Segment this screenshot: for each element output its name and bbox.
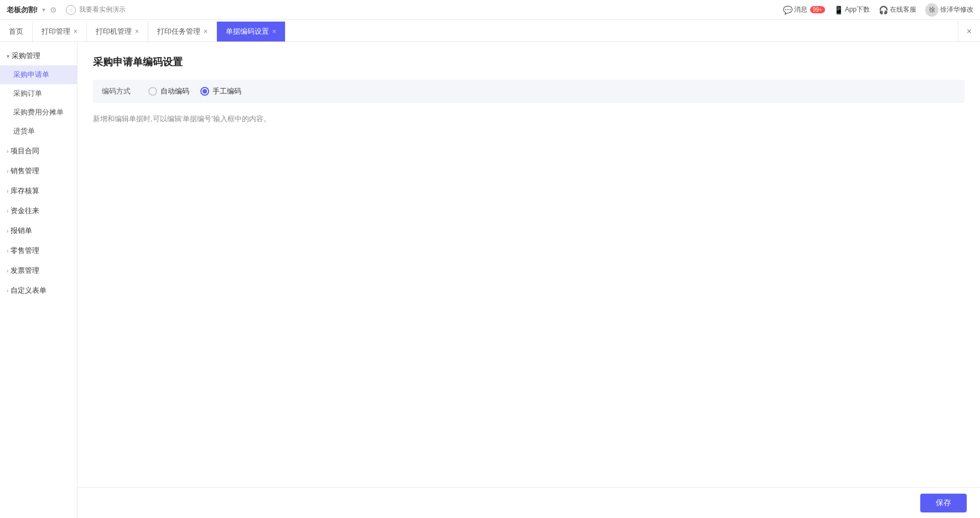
chevron-right-icon-inv2: › xyxy=(7,268,8,274)
tab-printer-manage[interactable]: 打印机管理 × xyxy=(87,22,148,42)
page-title: 采购申请单编码设置 xyxy=(93,55,965,69)
appdown-label: App下数 xyxy=(845,5,870,14)
sidebar-item-purchase-stock-label: 进货单 xyxy=(13,127,35,135)
sidebar-group-inventory: › 库存核算 xyxy=(0,182,77,200)
message-icon: 💬 xyxy=(783,6,792,14)
logo-text: 老板勿割! xyxy=(7,5,38,15)
appdown-button[interactable]: 📱 App下数 xyxy=(834,5,870,14)
sidebar-group-project-title[interactable]: › 项目合同 xyxy=(0,142,77,160)
sidebar-group-custom-label: 自定义表单 xyxy=(11,286,46,296)
sidebar-item-purchase-expense[interactable]: 采购费用分摊单 xyxy=(0,103,77,122)
sidebar-group-purchase-label: 采购管理 xyxy=(12,51,40,61)
sidebar-group-custom: › 自定义表单 xyxy=(0,281,77,300)
auto-code-label: 自动编码 xyxy=(160,86,189,96)
content-area: 采购申请单编码设置 编码方式 自动编码 手工编码 新增和编 xyxy=(77,42,980,518)
global-close-button[interactable]: × xyxy=(958,22,980,42)
avatar: 徐 xyxy=(925,3,938,17)
sidebar-item-purchase-request-label: 采购申请单 xyxy=(13,70,49,79)
coding-method-row: 编码方式 自动编码 手工编码 xyxy=(93,80,965,103)
sidebar-group-inventory-label: 库存核算 xyxy=(11,186,39,196)
tab-print-manage-close[interactable]: × xyxy=(74,28,77,35)
tab-print-task[interactable]: 打印任务管理 × xyxy=(148,22,217,42)
chevron-right-icon-fin: › xyxy=(7,208,8,214)
search-circle-icon: ○ xyxy=(66,5,76,15)
sidebar-group-retail-label: 零售管理 xyxy=(11,246,39,256)
chevron-right-icon-inv: › xyxy=(7,188,8,194)
chevron-right-icon-ret: › xyxy=(7,228,8,234)
chevron-right-icon-sales: › xyxy=(7,168,8,174)
message-label: 消息 xyxy=(794,5,807,14)
chevron-right-icon-retail: › xyxy=(7,248,8,254)
tab-print-task-label: 打印任务管理 xyxy=(157,27,200,37)
sidebar: ▾ 采购管理 采购申请单 采购订单 采购费用分摊单 进货单 › 项目合同 xyxy=(0,42,77,518)
service-label: 在线客服 xyxy=(890,5,916,14)
sidebar-group-custom-title[interactable]: › 自定义表单 xyxy=(0,281,77,300)
sidebar-group-invoice: › 发票管理 xyxy=(0,261,77,280)
sidebar-group-return: › 报销单 xyxy=(0,221,77,240)
tab-home[interactable]: 首页 xyxy=(0,22,33,42)
sidebar-group-project-label: 项目合同 xyxy=(11,146,39,156)
user-name: 徐泽华修改 xyxy=(940,5,973,14)
tab-single-code-label: 单据编码设置 xyxy=(226,27,269,37)
sidebar-group-inventory-title[interactable]: › 库存核算 xyxy=(0,182,77,200)
sidebar-group-finance-label: 资金往来 xyxy=(11,206,39,216)
sidebar-group-project: › 项目合同 xyxy=(0,142,77,160)
user-button[interactable]: 徐 徐泽华修改 xyxy=(925,3,973,17)
sidebar-group-retail-title[interactable]: › 零售管理 xyxy=(0,241,77,260)
sidebar-group-retail: › 零售管理 xyxy=(0,241,77,260)
top-bar-left: 老板勿割! ▾ ⚙ ○ 我要看实例演示 xyxy=(7,5,126,15)
search-hint-area[interactable]: ○ 我要看实例演示 xyxy=(66,5,126,15)
message-badge: 99+ xyxy=(810,6,825,13)
tab-print-manage-label: 打印管理 xyxy=(42,27,70,37)
save-button[interactable]: 保存 xyxy=(920,494,967,512)
radio-manual-circle xyxy=(200,87,209,96)
radio-group: 自动编码 手工编码 xyxy=(148,86,241,96)
sidebar-group-finance: › 资金往来 xyxy=(0,201,77,220)
tab-printer-manage-label: 打印机管理 xyxy=(96,27,132,37)
radio-auto-circle xyxy=(148,87,157,96)
service-icon: 🎧 xyxy=(879,6,888,14)
service-button[interactable]: 🎧 在线客服 xyxy=(879,5,916,14)
sidebar-group-purchase-title[interactable]: ▾ 采购管理 xyxy=(0,46,77,65)
appdown-icon: 📱 xyxy=(834,6,843,14)
sidebar-group-return-label: 报销单 xyxy=(11,226,32,236)
tab-bar: 首页 打印管理 × 打印机管理 × 打印任务管理 × 单据编码设置 × × xyxy=(0,20,980,42)
sidebar-group-invoice-title[interactable]: › 发票管理 xyxy=(0,261,77,280)
sidebar-item-purchase-order-label: 采购订单 xyxy=(13,89,42,97)
tab-print-task-close[interactable]: × xyxy=(204,28,208,35)
hint-text: 新增和编辑单据时,可以编辑'单据编号'输入框中的内容。 xyxy=(93,114,965,124)
top-bar-right: 💬 消息 99+ 📱 App下数 🎧 在线客服 徐 徐泽华修改 xyxy=(783,3,973,17)
sidebar-group-purchase: ▾ 采购管理 采购申请单 采购订单 采购费用分摊单 进货单 xyxy=(0,46,77,141)
sidebar-group-finance-title[interactable]: › 资金往来 xyxy=(0,201,77,220)
tab-home-label: 首页 xyxy=(9,27,23,37)
sidebar-group-return-title[interactable]: › 报销单 xyxy=(0,221,77,240)
sidebar-group-sales: › 销售管理 xyxy=(0,162,77,180)
tab-print-manage[interactable]: 打印管理 × xyxy=(33,22,87,42)
search-hint-text: 我要看实例演示 xyxy=(79,5,126,14)
message-button[interactable]: 💬 消息 99+ xyxy=(783,5,825,14)
sidebar-item-purchase-order[interactable]: 采购订单 xyxy=(0,84,77,103)
top-bar: 老板勿割! ▾ ⚙ ○ 我要看实例演示 💬 消息 99+ 📱 App下数 🎧 在… xyxy=(0,0,980,20)
content-footer: 保存 xyxy=(77,487,980,518)
sidebar-item-purchase-expense-label: 采购费用分摊单 xyxy=(13,108,64,116)
tab-single-code[interactable]: 单据编码设置 × xyxy=(217,22,286,42)
radio-auto-code[interactable]: 自动编码 xyxy=(148,86,189,96)
sidebar-item-purchase-request[interactable]: 采购申请单 xyxy=(0,65,77,84)
coding-label: 编码方式 xyxy=(102,86,131,96)
sidebar-item-purchase-stock[interactable]: 进货单 xyxy=(0,122,77,141)
sidebar-group-sales-label: 销售管理 xyxy=(11,166,39,176)
radio-manual-code[interactable]: 手工编码 xyxy=(200,86,241,96)
chevron-right-icon-custom: › xyxy=(7,288,8,294)
content-inner: 采购申请单编码设置 编码方式 自动编码 手工编码 新增和编 xyxy=(77,42,980,487)
gear-icon[interactable]: ⚙ xyxy=(50,6,57,14)
chevron-down-icon: ▾ xyxy=(42,6,45,14)
main-layout: ▾ 采购管理 采购申请单 采购订单 采购费用分摊单 进货单 › 项目合同 xyxy=(0,42,980,518)
chevron-right-icon: › xyxy=(7,148,8,154)
tab-printer-manage-close[interactable]: × xyxy=(135,28,139,35)
sidebar-group-sales-title[interactable]: › 销售管理 xyxy=(0,162,77,180)
sidebar-group-invoice-label: 发票管理 xyxy=(11,266,39,276)
manual-code-label: 手工编码 xyxy=(212,86,241,96)
tab-single-code-close[interactable]: × xyxy=(272,28,276,35)
chevron-down-icon: ▾ xyxy=(7,53,9,59)
